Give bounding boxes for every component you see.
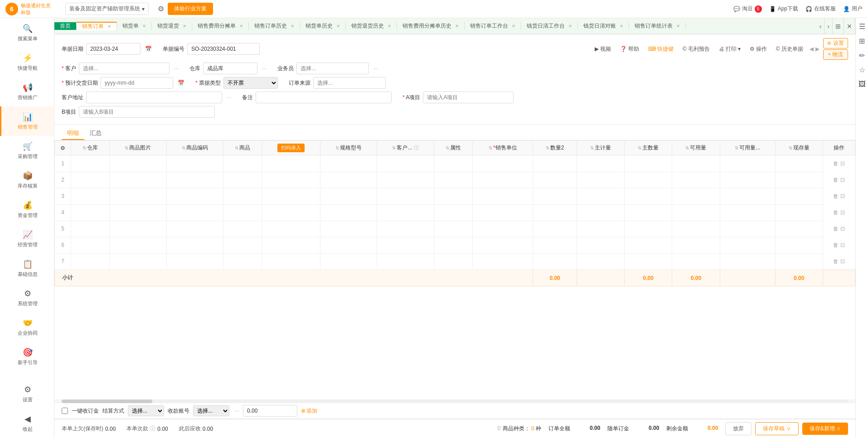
add-payment-btn[interactable]: ⊕ 添加 (301, 407, 317, 415)
gear-icon[interactable]: ⚙ (158, 5, 164, 13)
one-key-checkbox[interactable] (62, 408, 68, 414)
col-settings[interactable]: ⚙ (55, 141, 71, 155)
row-copy-icon[interactable]: ⊡ (840, 226, 845, 232)
print-btn[interactable]: 🖨 打印 ▾ (716, 44, 743, 54)
sidebar-item-9[interactable]: ⚙系统管理 (0, 283, 54, 313)
right-icon-layout[interactable]: ⊞ (856, 34, 868, 47)
col-qty2[interactable]: ⇅数量2 (533, 141, 577, 155)
sidebar-item-1[interactable]: ⚡快捷导航 (0, 48, 54, 77)
tab-prev-btn[interactable]: ‹ (817, 18, 825, 34)
tab-item-4[interactable]: 销售费用分摊单✕ (192, 22, 249, 30)
remarks-input[interactable] (256, 91, 392, 103)
tab-close-x-4[interactable]: ✕ (239, 24, 243, 29)
sidebar-item-6[interactable]: 💰资金管理 (0, 195, 54, 224)
tab-item-10[interactable]: 钱货日清工作台✕ (521, 22, 578, 30)
view-btn[interactable]: ▶ 视频 (592, 44, 614, 54)
horizontal-scrollbar[interactable] (62, 399, 848, 403)
add-logistics-btn[interactable]: + 物流 (823, 49, 848, 60)
row-delete-icon[interactable]: 🗑 (833, 258, 839, 265)
sidebar-item-settings[interactable]: ⚙ 设置 (0, 379, 54, 409)
customer-input[interactable] (79, 63, 170, 74)
tab-item-2[interactable]: 销货单✕ (117, 22, 152, 30)
customer-address-input[interactable] (86, 91, 222, 103)
col-attribute[interactable]: ⇅属性 (434, 141, 473, 155)
tab-item-6[interactable]: 销货单历史✕ (300, 22, 346, 30)
salesperson-input[interactable] (296, 63, 369, 74)
save-new-btn[interactable]: 保存&新增 ∧ (802, 423, 848, 435)
row-delete-icon[interactable]: 🗑 (833, 193, 839, 199)
tab-close-x-12[interactable]: ✕ (676, 24, 680, 29)
col-scan[interactable]: 扫码录入 (262, 141, 320, 155)
sidebar-item-11[interactable]: 🎯新手引导 (0, 342, 54, 371)
tab-item-0[interactable]: 首页 (54, 22, 77, 30)
right-icon-image[interactable]: 🖼 (856, 78, 868, 91)
save-draft-btn[interactable]: 保存草稿 ∨ (755, 422, 798, 435)
tab-item-11[interactable]: 钱货日清对账✕ (578, 22, 629, 30)
sidebar-item-4[interactable]: 🛒采购管理 (0, 136, 54, 165)
trial-btn[interactable]: 体验行业方案 (168, 3, 213, 15)
online-service-item[interactable]: 🎧 在线客服 (805, 5, 836, 13)
tab-item-8[interactable]: 销售费用分摊单历史✕ (397, 22, 465, 30)
row-copy-icon[interactable]: ⊡ (840, 193, 845, 199)
order-source-input[interactable] (313, 77, 386, 89)
sidebar-item-10[interactable]: 🤝企业协同 (0, 313, 54, 342)
tab-close-x-9[interactable]: ✕ (512, 24, 515, 29)
tab-close-x-11[interactable]: ✕ (620, 24, 623, 29)
scrollbar-thumb[interactable] (62, 399, 152, 403)
col-image[interactable]: ⇅商品图片 (110, 141, 166, 155)
tab-item-3[interactable]: 销货退货✕ (152, 22, 192, 30)
col-customer-code[interactable]: ⇅客户... ⓘ (377, 141, 434, 155)
right-icon-edit[interactable]: ✏ (856, 49, 868, 62)
row-delete-icon[interactable]: 🗑 (833, 226, 839, 232)
tab-close-btn[interactable]: ✕ (844, 18, 855, 34)
history-btn[interactable]: © 历史单据 (773, 44, 806, 54)
col-sales-unit[interactable]: ⇅*销售单位 (473, 141, 533, 155)
sidebar-item-5[interactable]: 📦库存核算 (0, 165, 54, 195)
tab-close-x-6[interactable]: ✕ (336, 24, 340, 29)
row-copy-icon[interactable]: ⊡ (840, 160, 845, 167)
tab-item-9[interactable]: 销售订单工作台✕ (465, 22, 521, 30)
b-project-input[interactable] (79, 106, 215, 118)
sidebar-item-2[interactable]: 📢营销推广 (0, 77, 54, 106)
col-available2[interactable]: ⇅可用量... (720, 141, 775, 155)
discard-btn[interactable]: 放弃 (725, 422, 752, 435)
tab-next-btn[interactable]: › (824, 18, 833, 34)
payment-amount-input[interactable] (243, 405, 297, 417)
tab-item-5[interactable]: 销售订单历史✕ (249, 22, 300, 30)
sidebar-item-3[interactable]: 📊销售管理 (0, 106, 54, 136)
col-main-qty[interactable]: ⇅主数量 (625, 141, 672, 155)
tab-close-x-1[interactable]: ✕ (107, 24, 111, 29)
table-scroll-area[interactable]: ⚙ ⇅仓库 ⇅商品图片 ⇅商品编码 ⇅商品 扫码录入 ⇅规格型号 ⇅客户... … (54, 140, 855, 399)
sidebar-item-collapse[interactable]: ◀ 收起 (0, 409, 54, 438)
col-available[interactable]: ⇅可用量 (672, 141, 720, 155)
tab-item-1[interactable]: 销售订单✕ (77, 22, 117, 30)
right-icon-star[interactable]: ☆ (856, 63, 868, 76)
notification-item[interactable]: 💬 淘豆 6 (733, 5, 762, 13)
row-delete-icon[interactable]: 🗑 (833, 160, 839, 167)
row-delete-icon[interactable]: 🗑 (833, 242, 839, 248)
col-spec[interactable]: ⇅规格型号 (320, 141, 377, 155)
settlement-select[interactable]: 选择... (128, 405, 164, 416)
delivery-input[interactable] (101, 77, 173, 89)
col-code[interactable]: ⇅商品编码 (166, 141, 223, 155)
tab-summary[interactable]: 汇总 (84, 127, 107, 140)
col-product[interactable]: ⇅商品 (223, 141, 262, 155)
date-input[interactable] (86, 43, 141, 55)
col-warehouse[interactable]: ⇅仓库 (71, 141, 110, 155)
tab-close-x-3[interactable]: ✕ (183, 24, 186, 29)
warehouse-input[interactable] (203, 63, 257, 74)
shortcut-btn[interactable]: ⌨ 快捷键 (645, 44, 676, 54)
system-selector[interactable]: 装备及固定资产辅助管理系统 ▾ (65, 3, 149, 15)
tab-more-btn[interactable]: ⊞ (833, 18, 844, 34)
delivery-calendar-icon[interactable]: 📅 (178, 80, 184, 86)
tab-close-x-5[interactable]: ✕ (291, 24, 294, 29)
row-delete-icon[interactable]: 🗑 (833, 209, 839, 216)
tab-close-x-7[interactable]: ✕ (388, 24, 391, 29)
tab-item-12[interactable]: 销售订单统计表✕ (629, 22, 686, 30)
sidebar-item-0[interactable]: 🔍搜索菜单 (0, 18, 54, 48)
customer-more-btn[interactable]: ··· (174, 65, 179, 72)
col-stock[interactable]: ⇅现存量 (775, 141, 823, 155)
user-item[interactable]: 👤 用户 (843, 5, 863, 13)
a-project-input[interactable] (423, 91, 514, 103)
tab-item-7[interactable]: 销货退货历史✕ (346, 22, 397, 30)
